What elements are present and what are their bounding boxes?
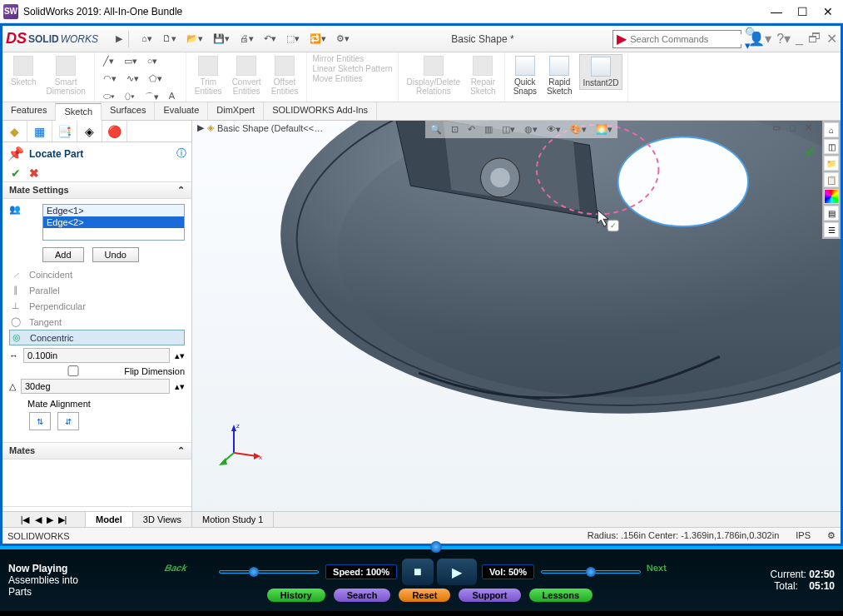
tab-nav-first-icon[interactable]: |◀ xyxy=(21,514,30,525)
instant2d-button[interactable]: Instant2D xyxy=(579,54,623,90)
move-entities[interactable]: Move Entities xyxy=(312,74,392,83)
select-icon[interactable]: ⬚▾ xyxy=(283,32,303,46)
linear-pattern[interactable]: Linear Sketch Pattern xyxy=(312,64,392,73)
display-relations-button[interactable]: Display/Delete Relations xyxy=(404,54,464,97)
circle-icon[interactable]: ○▾ xyxy=(144,54,161,68)
pm-tab-property[interactable]: ▦ xyxy=(27,121,52,142)
mate-selection-list[interactable]: Edge<1> Edge<2> xyxy=(42,204,185,241)
tab-features[interactable]: Features xyxy=(2,102,56,120)
reset-button[interactable]: Reset xyxy=(399,589,450,602)
text-icon[interactable]: A xyxy=(166,89,178,102)
status-units[interactable]: IPS xyxy=(796,530,811,541)
rect-icon[interactable]: ▭▾ xyxy=(121,54,141,68)
lessons-button[interactable]: Lessons xyxy=(529,589,593,602)
tab-evaluate[interactable]: Evaluate xyxy=(155,102,208,120)
user-icon[interactable]: 👤▾ xyxy=(748,31,771,47)
tab-nav-next-icon[interactable]: ▶ xyxy=(47,514,53,525)
tab-nav-prev-icon[interactable]: ◀ xyxy=(35,514,42,525)
save-icon[interactable]: 💾▾ xyxy=(210,32,233,46)
play-button[interactable]: ▶ xyxy=(437,559,477,585)
back-button[interactable]: Back xyxy=(161,563,215,581)
options-icon[interactable]: ⚙▾ xyxy=(333,32,353,46)
quick-snaps-button[interactable]: Quick Snaps xyxy=(510,54,540,97)
window-close-icon[interactable]: ✕ xyxy=(826,31,837,47)
appearance-icon[interactable]: 🎨▾ xyxy=(567,122,590,137)
mate-concentric[interactable]: ◎Concentric xyxy=(9,330,185,345)
repair-sketch-button[interactable]: Repair Sketch xyxy=(467,54,499,97)
viewport-max-icon[interactable]: □ xyxy=(786,121,799,135)
spinner-icon[interactable]: ▴▾ xyxy=(175,381,185,392)
tab-3dviews[interactable]: 3D Views xyxy=(133,512,192,527)
support-button[interactable]: Support xyxy=(459,589,520,602)
next-button[interactable]: Next xyxy=(645,563,698,581)
cancel-button[interactable]: ✖ xyxy=(29,166,39,180)
line-icon[interactable]: ╱▾ xyxy=(100,54,117,68)
print-icon[interactable]: 🖨▾ xyxy=(236,32,257,46)
pm-help-icon[interactable]: ⓘ xyxy=(176,147,186,161)
orientation-triad[interactable]: z x xyxy=(217,420,267,469)
distance-field[interactable] xyxy=(23,348,170,363)
help-icon[interactable]: ?▾ xyxy=(776,31,791,47)
pm-tab-display[interactable]: ◈ xyxy=(77,121,102,142)
tab-model[interactable]: Model xyxy=(86,512,133,527)
offset-button[interactable]: Offset Entities xyxy=(268,54,302,97)
status-options-icon[interactable]: ⚙ xyxy=(827,530,836,541)
custom-props-icon[interactable]: ▤ xyxy=(824,206,839,221)
undo-icon[interactable]: ↶▾ xyxy=(260,32,280,46)
resources-icon[interactable]: ◫ xyxy=(824,139,839,154)
convert-button[interactable]: Convert Entities xyxy=(229,54,265,97)
trim-button[interactable]: Trim Entities xyxy=(191,54,226,97)
undo-button[interactable]: Undo xyxy=(92,247,139,262)
menu-expand-icon[interactable]: ▶ xyxy=(112,32,126,46)
zoom-area-icon[interactable]: ⊡ xyxy=(448,122,462,137)
mates-header[interactable]: Mates⌃ xyxy=(2,442,191,460)
breadcrumb-expand-icon[interactable]: ▶ xyxy=(197,122,204,133)
search-commands[interactable]: ▶ 🔍▾ xyxy=(612,30,741,48)
minimize-button[interactable]: — xyxy=(771,5,782,18)
accept-button[interactable]: ✔ xyxy=(11,166,21,180)
window-restore-icon[interactable]: 🗗 xyxy=(808,31,821,47)
stop-button[interactable]: ■ xyxy=(402,559,434,585)
new-icon[interactable]: 🗋▾ xyxy=(159,32,180,46)
angle-field[interactable] xyxy=(21,379,170,394)
history-button[interactable]: History xyxy=(267,589,325,602)
graphics-viewport[interactable]: ▶ ◈ Basic Shape (Default<<… xyxy=(192,121,841,511)
poly-icon[interactable]: ⬠▾ xyxy=(146,72,166,86)
viewport-min-icon[interactable]: ▭ xyxy=(769,121,784,135)
list-item[interactable]: Edge<1> xyxy=(43,205,184,216)
search-input[interactable] xyxy=(630,34,745,44)
prev-view-icon[interactable]: ↶ xyxy=(464,122,479,137)
rapid-sketch-button[interactable]: Rapid Sketch xyxy=(543,54,576,97)
library-icon[interactable]: 📁 xyxy=(824,156,839,171)
tab-dimxpert[interactable]: DimXpert xyxy=(208,102,264,120)
breadcrumb[interactable]: ▶ ◈ Basic Shape (Default<<… xyxy=(197,122,323,133)
sketch-button[interactable]: Sketch xyxy=(7,54,40,88)
home-icon[interactable]: ⌂▾ xyxy=(138,32,156,46)
tab-nav-last-icon[interactable]: ▶| xyxy=(58,514,67,525)
mirror-entities[interactable]: Mirror Entities xyxy=(312,54,392,63)
viewport-close-icon[interactable]: ✕ xyxy=(801,121,816,135)
section-view-icon[interactable]: ▥ xyxy=(481,122,496,137)
zoom-fit-icon[interactable]: 🔍 xyxy=(427,122,445,137)
tab-motion-study[interactable]: Motion Study 1 xyxy=(192,512,274,527)
scene-icon[interactable]: 🌅▾ xyxy=(593,122,616,137)
forum-icon[interactable]: ☰ xyxy=(824,222,839,237)
mate-settings-header[interactable]: Mate Settings⌃ xyxy=(2,181,191,199)
tab-sketch[interactable]: Sketch xyxy=(56,103,102,121)
player-search-button[interactable]: Search xyxy=(334,589,391,602)
tab-surfaces[interactable]: Surfaces xyxy=(102,102,155,120)
open-icon[interactable]: 📂▾ xyxy=(183,32,206,46)
pm-tab-feature[interactable]: ◆ xyxy=(2,121,27,142)
spline-icon[interactable]: ∿▾ xyxy=(123,72,142,86)
align-anti-button[interactable]: ⇵ xyxy=(57,412,79,430)
volume-slider[interactable] xyxy=(541,570,641,574)
rebuild-icon[interactable]: 🔁▾ xyxy=(306,32,330,46)
confirm-check-icon[interactable]: ✔ xyxy=(805,145,816,159)
arc-icon[interactable]: ◠▾ xyxy=(100,72,120,86)
smart-dimension-button[interactable]: Smart Dimension xyxy=(43,54,89,97)
appearances-pane-icon[interactable] xyxy=(824,189,839,204)
home-pane-icon[interactable]: ⌂ xyxy=(824,122,839,137)
close-button[interactable]: ✕ xyxy=(823,5,833,18)
speed-slider[interactable] xyxy=(219,570,319,574)
view-orient-icon[interactable]: ◫▾ xyxy=(498,122,518,137)
